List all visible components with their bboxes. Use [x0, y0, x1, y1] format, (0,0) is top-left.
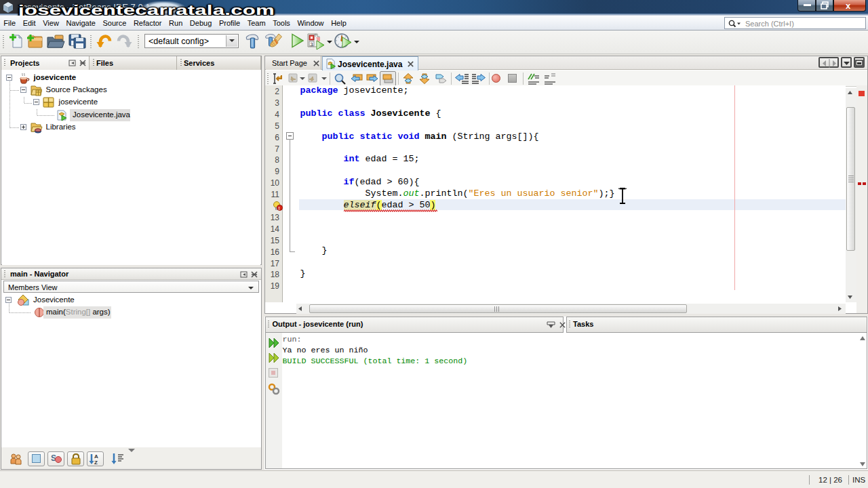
svg-text:A: A: [94, 453, 98, 460]
svg-text:!: !: [279, 206, 280, 211]
svg-text:3: 3: [311, 41, 313, 47]
svg-text:Z: Z: [94, 460, 98, 465]
